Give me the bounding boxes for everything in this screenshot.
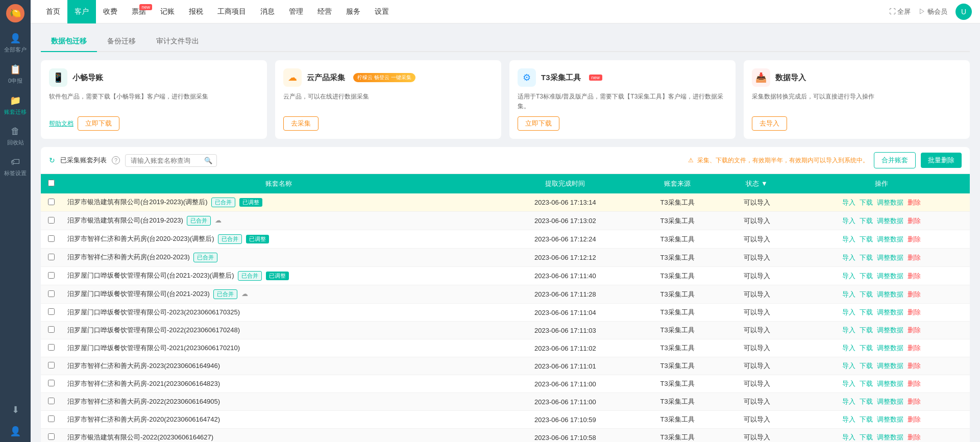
action-导入[interactable]: 导入 xyxy=(842,290,855,298)
nav-invoice[interactable]: 票据 new xyxy=(125,0,153,23)
action-下载[interactable]: 下载 xyxy=(860,415,873,423)
download-btn-1[interactable]: 立即下载 xyxy=(78,116,119,131)
row-checkbox[interactable] xyxy=(48,344,55,351)
action-导入[interactable]: 导入 xyxy=(842,344,855,352)
action-下载[interactable]: 下载 xyxy=(860,308,873,316)
action-调整数据[interactable]: 调整数据 xyxy=(877,217,903,225)
action-删除[interactable]: 删除 xyxy=(908,415,921,423)
sidebar-item-all-clients[interactable]: 👤 全部客户 xyxy=(0,28,31,59)
batch-delete-btn[interactable]: 批量删除 xyxy=(921,153,962,168)
action-删除[interactable]: 删除 xyxy=(908,199,921,206)
row-checkbox[interactable] xyxy=(48,380,55,386)
import-btn[interactable]: 去导入 xyxy=(752,116,787,131)
action-导入[interactable]: 导入 xyxy=(842,433,855,441)
action-调整数据[interactable]: 调整数据 xyxy=(877,199,903,206)
row-checkbox[interactable] xyxy=(48,199,55,205)
merge-btn[interactable]: 合并账套 xyxy=(874,152,916,168)
action-调整数据[interactable]: 调整数据 xyxy=(877,380,903,387)
action-下载[interactable]: 下载 xyxy=(860,272,873,280)
tab-backup-migrate[interactable]: 备份迁移 xyxy=(97,32,146,52)
select-all-checkbox[interactable] xyxy=(48,180,55,186)
nav-settings[interactable]: 设置 xyxy=(368,0,396,23)
action-调整数据[interactable]: 调整数据 xyxy=(877,235,903,243)
row-checkbox[interactable] xyxy=(48,398,55,404)
row-checkbox[interactable] xyxy=(48,362,55,369)
action-调整数据[interactable]: 调整数据 xyxy=(877,254,903,261)
row-checkbox[interactable] xyxy=(48,290,55,297)
nav-tax[interactable]: 报税 xyxy=(182,0,210,23)
action-删除[interactable]: 删除 xyxy=(908,235,921,243)
sidebar-item-download[interactable]: ⬇ xyxy=(10,399,21,421)
nav-service[interactable]: 服务 xyxy=(339,0,368,23)
action-调整数据[interactable]: 调整数据 xyxy=(877,308,903,316)
action-调整数据[interactable]: 调整数据 xyxy=(877,415,903,423)
action-下载[interactable]: 下载 xyxy=(860,217,873,225)
action-导入[interactable]: 导入 xyxy=(842,362,855,370)
nav-bookkeeping[interactable]: 记账 xyxy=(153,0,182,23)
action-删除[interactable]: 删除 xyxy=(908,344,921,352)
download-btn-2[interactable]: 立即下载 xyxy=(518,116,559,131)
action-下载[interactable]: 下载 xyxy=(860,326,873,334)
tab-audit-export[interactable]: 审计文件导出 xyxy=(146,32,209,52)
row-checkbox[interactable] xyxy=(48,254,55,260)
row-checkbox[interactable] xyxy=(48,217,55,224)
nav-management[interactable]: 管理 xyxy=(282,0,310,23)
action-导入[interactable]: 导入 xyxy=(842,254,855,261)
sidebar-item-tag-settings[interactable]: 🏷 标签设置 xyxy=(0,152,31,182)
action-调整数据[interactable]: 调整数据 xyxy=(877,362,903,370)
nav-home[interactable]: 首页 xyxy=(39,0,67,23)
action-删除[interactable]: 删除 xyxy=(908,254,921,261)
sidebar-item-trash[interactable]: 🗑 回收站 xyxy=(0,121,31,152)
row-checkbox[interactable] xyxy=(48,326,55,333)
action-删除[interactable]: 删除 xyxy=(908,272,921,280)
refresh-icon[interactable]: ↻ xyxy=(49,156,55,164)
action-下载[interactable]: 下载 xyxy=(860,290,873,298)
row-checkbox[interactable] xyxy=(48,308,55,315)
action-导入[interactable]: 导入 xyxy=(842,199,855,206)
search-input[interactable] xyxy=(131,157,202,164)
row-checkbox[interactable] xyxy=(48,235,55,242)
nav-operation[interactable]: 经营 xyxy=(310,0,339,23)
action-删除[interactable]: 删除 xyxy=(908,380,921,387)
action-删除[interactable]: 删除 xyxy=(908,433,921,441)
action-导入[interactable]: 导入 xyxy=(842,326,855,334)
tab-data-migrate[interactable]: 数据包迁移 xyxy=(41,32,97,52)
action-下载[interactable]: 下载 xyxy=(860,344,873,352)
action-删除[interactable]: 删除 xyxy=(908,217,921,225)
row-checkbox[interactable] xyxy=(48,272,55,279)
action-删除[interactable]: 删除 xyxy=(908,308,921,316)
action-导入[interactable]: 导入 xyxy=(842,415,855,423)
action-调整数据[interactable]: 调整数据 xyxy=(877,344,903,352)
help-tooltip-icon[interactable]: ? xyxy=(112,156,120,164)
avatar[interactable]: U xyxy=(955,4,972,20)
sidebar-item-user-profile[interactable]: 👤 xyxy=(10,421,21,442)
action-调整数据[interactable]: 调整数据 xyxy=(877,433,903,441)
nav-business[interactable]: 工商项目 xyxy=(210,0,253,23)
action-导入[interactable]: 导入 xyxy=(842,308,855,316)
search-icon[interactable]: 🔍 xyxy=(204,157,212,164)
action-导入[interactable]: 导入 xyxy=(842,380,855,387)
action-下载[interactable]: 下载 xyxy=(860,380,873,387)
nav-client[interactable]: 客户 xyxy=(67,0,96,23)
action-导入[interactable]: 导入 xyxy=(842,235,855,243)
action-删除[interactable]: 删除 xyxy=(908,290,921,298)
action-下载[interactable]: 下载 xyxy=(860,362,873,370)
action-导入[interactable]: 导入 xyxy=(842,398,855,405)
action-导入[interactable]: 导入 xyxy=(842,217,855,225)
fullscreen-btn[interactable]: ⛶ 全屏 xyxy=(889,7,911,16)
action-下载[interactable]: 下载 xyxy=(860,433,873,441)
collect-btn[interactable]: 去采集 xyxy=(283,116,318,131)
row-checkbox[interactable] xyxy=(48,415,55,422)
sidebar-item-zero-report[interactable]: 📋 0申报 xyxy=(0,59,31,90)
nav-billing[interactable]: 收费 xyxy=(96,0,125,23)
help-doc-link[interactable]: 帮助文档 xyxy=(49,119,74,128)
action-删除[interactable]: 删除 xyxy=(908,326,921,334)
action-下载[interactable]: 下载 xyxy=(860,235,873,243)
action-调整数据[interactable]: 调整数据 xyxy=(877,326,903,334)
action-下载[interactable]: 下载 xyxy=(860,254,873,261)
action-调整数据[interactable]: 调整数据 xyxy=(877,290,903,298)
action-下载[interactable]: 下载 xyxy=(860,199,873,206)
action-删除[interactable]: 删除 xyxy=(908,362,921,370)
row-checkbox[interactable] xyxy=(48,433,55,440)
sidebar-item-account-migrate[interactable]: 📁 账套迁移 xyxy=(0,90,31,121)
